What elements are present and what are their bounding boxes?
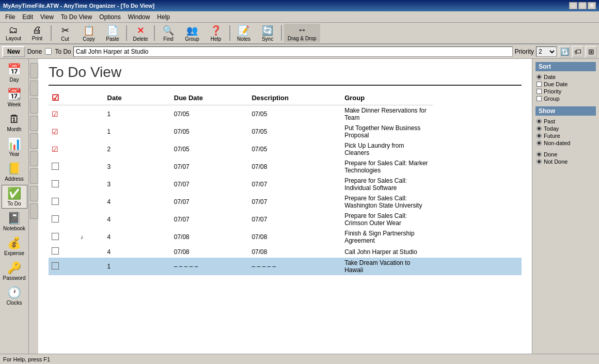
notes-button[interactable]: 📝 Notes — [232, 24, 255, 42]
scroll-tab-2[interactable] — [30, 81, 38, 96]
show-today-radio[interactable] — [537, 126, 542, 131]
new-button[interactable]: New — [2, 46, 25, 57]
sort-group-checkbox[interactable] — [537, 96, 542, 101]
header-date[interactable]: Date — [104, 91, 171, 105]
check-done-icon[interactable]: ☑ — [52, 145, 58, 153]
sort-duedate-checkbox[interactable] — [537, 82, 542, 87]
check-done-icon[interactable]: ☑ — [52, 128, 58, 136]
show-notdone[interactable]: Not Done — [535, 158, 596, 165]
table-row[interactable]: 307/0707/08Prepare for Sales Call: Marke… — [49, 158, 522, 176]
check-empty-box[interactable] — [52, 198, 59, 205]
show-future-radio[interactable] — [537, 133, 542, 138]
table-row[interactable]: ☑207/0507/05Pick Up Laundry from Cleaner… — [49, 140, 522, 158]
check-empty-box[interactable] — [52, 233, 59, 240]
show-done-radio[interactable] — [537, 152, 542, 157]
show-today[interactable]: Today — [535, 125, 596, 132]
minimize-button[interactable]: ─ — [569, 2, 577, 9]
check-empty-box[interactable] — [52, 180, 59, 187]
grid-button[interactable]: ⊞ — [586, 46, 597, 57]
check-empty-box[interactable] — [52, 215, 59, 223]
scroll-tab-9[interactable] — [30, 203, 38, 219]
sort-priority[interactable]: Priority — [535, 88, 596, 95]
table-row[interactable]: ♪407/0807/08Finish & Sign Partnership Ag… — [49, 228, 522, 246]
nav-week[interactable]: 📆 Week — [2, 86, 27, 109]
quick-entry-input[interactable] — [73, 46, 513, 57]
find-button[interactable]: 🔍 Find — [157, 24, 180, 42]
nav-address[interactable]: 📒 Address — [2, 160, 27, 184]
scroll-tab-6[interactable] — [30, 151, 38, 166]
sort-date[interactable]: Date — [535, 73, 596, 81]
check-done-icon[interactable]: ☑ — [52, 110, 58, 118]
check-empty-box[interactable] — [52, 247, 59, 255]
empty-note-cell — [77, 123, 104, 140]
nav-expense[interactable]: 💰 Expense — [2, 234, 27, 258]
copy-button[interactable]: 📋 Copy — [77, 24, 100, 42]
nav-notebook[interactable]: 📓 Notebook — [2, 210, 27, 233]
paste-button[interactable]: 📄 Paste — [101, 24, 124, 42]
menu-window[interactable]: Window — [125, 12, 153, 22]
menu-options[interactable]: Options — [96, 12, 123, 22]
show-notdone-radio[interactable] — [537, 159, 542, 164]
show-nondated[interactable]: Non-dated — [535, 139, 596, 147]
quick-bar: New Done To Do Priority 1 2 3 4 🔃 🏷 ⊞ — [0, 44, 599, 59]
nav-notebook-label: Notebook — [3, 226, 25, 231]
delete-button[interactable]: ✕ Delete — [129, 24, 152, 42]
table-row[interactable]: 307/0707/07Prepare for Sales Call: Indiv… — [49, 176, 522, 193]
sort-duedate[interactable]: Due Date — [535, 81, 596, 88]
nav-day[interactable]: 📅 Day — [2, 61, 27, 85]
duedate-cell: 07/08 — [248, 158, 341, 176]
nav-password[interactable]: 🔑 Password — [2, 259, 27, 283]
nav-todo[interactable]: ✅ To Do — [2, 185, 27, 209]
menu-todoview[interactable]: To Do View — [58, 12, 95, 22]
nav-month[interactable]: 🗓 Month — [2, 110, 27, 134]
maximize-button[interactable]: □ — [578, 2, 587, 9]
master-checkbox[interactable]: ☑ — [52, 93, 59, 102]
sort-date-radio[interactable] — [537, 74, 542, 80]
refresh-button[interactable]: 🔃 — [559, 46, 570, 57]
scroll-tab-5[interactable] — [30, 133, 38, 149]
scroll-tab-4[interactable] — [30, 116, 38, 131]
close-button[interactable]: ✕ — [588, 2, 596, 9]
check-empty-box[interactable] — [52, 262, 59, 270]
scroll-tab-7[interactable] — [30, 168, 38, 184]
layout-button[interactable]: 🗂 Layout — [2, 24, 25, 42]
show-past-radio[interactable] — [537, 119, 542, 124]
empty-note-cell — [77, 211, 104, 228]
table-row[interactable]: 407/0707/07Prepare for Sales Call: Crims… — [49, 211, 522, 228]
table-row[interactable]: 1– – – – –– – – – –Take Dream Vacation t… — [49, 258, 522, 275]
notebook-icon: 📓 — [7, 212, 21, 225]
menu-help[interactable]: Help — [154, 12, 173, 22]
show-nondated-radio[interactable] — [537, 140, 542, 146]
show-past[interactable]: Past — [535, 118, 596, 125]
menu-file[interactable]: File — [2, 12, 18, 22]
header-group[interactable]: Group — [341, 91, 433, 105]
sync-button[interactable]: 🔄 Sync — [256, 24, 279, 42]
scroll-tab-3[interactable] — [30, 98, 38, 114]
print-button[interactable]: 🖨 Print — [26, 24, 49, 42]
cut-button[interactable]: ✂ Cut — [54, 24, 76, 42]
header-description[interactable]: Description — [248, 91, 341, 105]
menu-edit[interactable]: Edit — [19, 12, 36, 22]
categories-button[interactable]: 🏷 — [572, 46, 584, 57]
nav-year[interactable]: 📊 Year — [2, 135, 27, 159]
sort-priority-checkbox[interactable] — [537, 89, 542, 94]
scroll-tab-8[interactable] — [30, 186, 38, 201]
table-row[interactable]: ☑107/0507/05Make Dinner Reservations for… — [49, 105, 522, 123]
menu-view[interactable]: View — [37, 12, 57, 22]
header-duedate[interactable]: Due Date — [171, 91, 249, 105]
show-future[interactable]: Future — [535, 132, 596, 139]
nav-clocks-label: Clocks — [6, 300, 22, 306]
check-empty-box[interactable] — [52, 163, 59, 170]
sort-group[interactable]: Group — [535, 95, 596, 102]
priority-select[interactable]: 1 2 3 4 — [536, 46, 557, 57]
show-done[interactable]: Done — [535, 151, 596, 158]
scroll-tab-1[interactable] — [30, 63, 38, 78]
group-button[interactable]: 👥 Group — [181, 24, 203, 42]
nav-clocks[interactable]: 🕐 Clocks — [2, 284, 27, 308]
help-button[interactable]: ❓ Help — [204, 24, 227, 42]
table-row[interactable]: 407/0807/08Call John Harper at Studio — [49, 246, 522, 258]
table-row[interactable]: ☑107/0507/05Put Together New Business Pr… — [49, 123, 522, 140]
dragdrop-button[interactable]: ↔ Drag & Drop — [284, 24, 320, 42]
todo-checkbox[interactable] — [45, 48, 52, 55]
table-row[interactable]: 407/0707/07Prepare for Sales Call: Washi… — [49, 193, 522, 211]
